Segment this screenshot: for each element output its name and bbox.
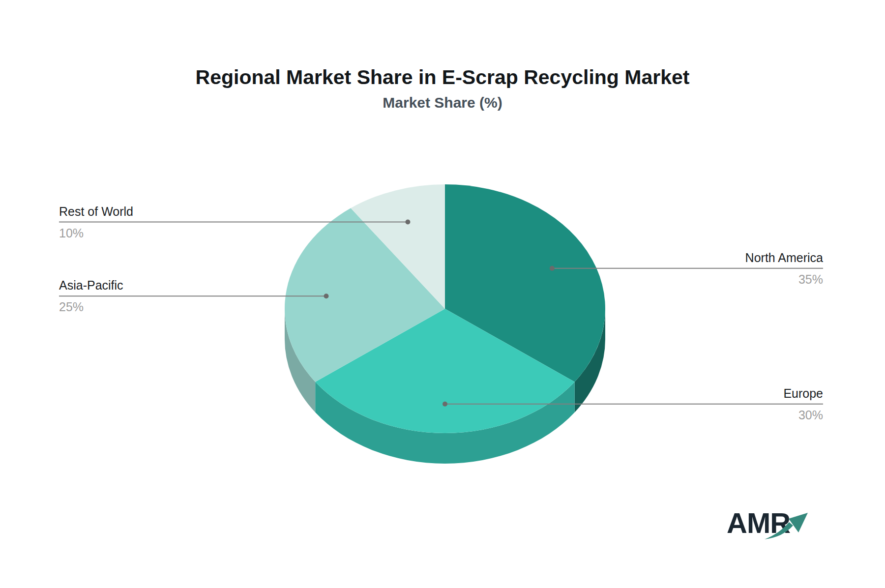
connector-dot-asia-pacific xyxy=(324,294,329,298)
slice-label-north-america: North America xyxy=(745,250,823,265)
connector-dot-rest-of-world xyxy=(405,220,410,225)
slice-value-europe: 30% xyxy=(798,408,823,423)
slice-value-asia-pacific: 25% xyxy=(59,299,84,315)
slice-label-europe: Europe xyxy=(783,386,823,401)
slice-value-north-america: 35% xyxy=(798,272,823,287)
amr-logo: AMR xyxy=(727,506,840,546)
slice-label-rest-of-world: Rest of World xyxy=(59,204,133,219)
growth-arrow-icon xyxy=(763,510,810,542)
connector-dot-north-america xyxy=(550,266,555,271)
slice-value-rest-of-world: 10% xyxy=(59,226,84,241)
chart-canvas: { "title": "Regional Market Share in E-S… xyxy=(0,0,885,588)
connector-dot-europe xyxy=(442,402,447,407)
pie-chart xyxy=(0,0,885,588)
slice-label-asia-pacific: Asia-Pacific xyxy=(59,278,123,293)
